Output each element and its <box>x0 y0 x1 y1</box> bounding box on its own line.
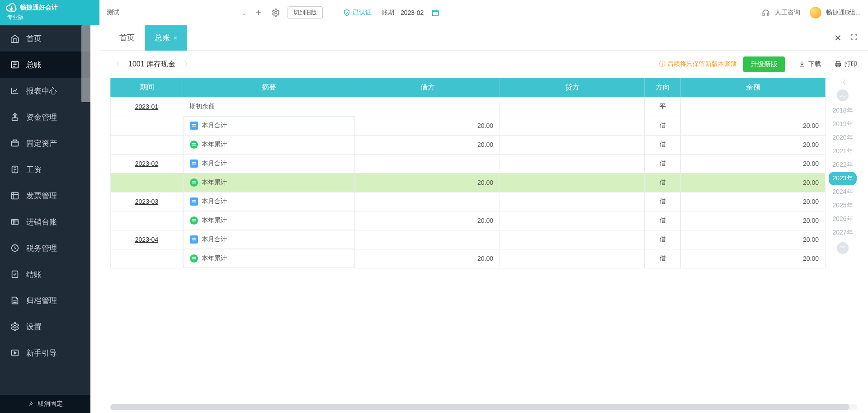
brand-sub: 专业版 <box>7 14 94 21</box>
sidebar-item-1[interactable]: 总账 <box>0 52 90 78</box>
sidebar-item-0[interactable]: 首页 <box>0 25 90 52</box>
sidebar-item-label: 归档管理 <box>26 296 57 306</box>
cell-credit <box>500 154 645 173</box>
horizontal-scrollbar[interactable] <box>110 404 857 410</box>
sidebar-item-9[interactable]: 结账 <box>0 261 90 287</box>
sidebar-item-5[interactable]: 工资 <box>0 156 90 183</box>
sidebar-item-label: 总账 <box>26 60 42 70</box>
scrollbar-thumb[interactable] <box>110 404 849 410</box>
rail-up-icon[interactable]: ︽ <box>837 89 849 101</box>
sidebar-item-6[interactable]: 发票管理 <box>0 183 90 209</box>
user-name[interactable]: 畅捷通B组... <box>826 9 861 17</box>
year-option[interactable]: 2018年 <box>829 104 856 117</box>
content-area: 〈 1001 库存现金 〉 ⓘ 后续将只保留新版本账簿 升级新版 下载 打印 期… <box>99 51 868 413</box>
shield-check-icon <box>343 9 351 17</box>
close-tab-icon[interactable]: × <box>174 34 177 42</box>
sidebar-item-2[interactable]: 报表中心 <box>0 78 90 104</box>
prev-account-icon[interactable]: 〈 <box>110 57 122 71</box>
sidebar-item-label: 设置 <box>26 322 42 332</box>
cell-debit: 20.00 <box>355 249 500 268</box>
info-icon: ⓘ <box>659 60 665 68</box>
print-button[interactable]: 打印 <box>835 60 857 68</box>
nav-icon <box>10 191 20 201</box>
cell-debit: 20.00 <box>355 173 500 192</box>
fullscreen-icon[interactable] <box>850 33 858 42</box>
cell-summary: 期初余额 <box>183 97 355 116</box>
cell-dir: 借 <box>645 249 681 268</box>
summary-badge-icon <box>190 160 198 168</box>
cell-dir: 借 <box>645 230 681 249</box>
calendar-icon[interactable] <box>430 7 441 18</box>
year-option[interactable]: 2019年 <box>829 117 856 131</box>
upgrade-button[interactable]: 升级新版 <box>743 56 785 72</box>
sidebar-item-label: 税务管理 <box>26 243 57 253</box>
nav-icon <box>10 322 20 332</box>
cell-credit <box>500 192 645 211</box>
sidebar-scrollbar[interactable] <box>81 25 90 102</box>
period-value: 2023-02 <box>401 9 424 16</box>
svg-rect-4 <box>12 141 19 146</box>
rail-down-icon[interactable]: ︾ <box>837 242 849 254</box>
headset-icon[interactable] <box>761 8 770 17</box>
cell-period <box>111 249 183 268</box>
cell-period[interactable]: 2023-02 <box>111 154 183 173</box>
sidebar-item-7[interactable]: 进销台账 <box>0 209 90 235</box>
sidebar-item-10[interactable]: 归档管理 <box>0 287 90 314</box>
cell-dir: 平 <box>645 97 681 116</box>
nav-icon <box>10 164 20 174</box>
year-option[interactable]: 2027年 <box>829 226 856 239</box>
cell-balance <box>681 97 826 116</box>
cell-debit <box>355 154 500 173</box>
year-option[interactable]: 2020年 <box>829 131 856 145</box>
summary-badge-icon <box>190 235 198 244</box>
year-option[interactable]: 2025年 <box>829 199 856 212</box>
tab-home[interactable]: 首页 <box>109 25 145 51</box>
unpin-button[interactable]: 取消固定 <box>0 395 90 413</box>
year-option[interactable]: 2026年 <box>829 212 856 226</box>
table-row: 2023-01期初余额平 <box>111 97 826 116</box>
sidebar-item-label: 资金管理 <box>26 112 57 122</box>
nav-icon <box>10 60 20 70</box>
sidebar: 首页总账报表中心资金管理固定资产工资发票管理进销台账税务管理结账归档管理设置新手… <box>0 25 90 413</box>
cell-debit <box>355 192 500 211</box>
tab-ledger[interactable]: 总账 × <box>145 25 187 51</box>
next-account-icon[interactable]: 〉 <box>182 57 193 71</box>
year-option[interactable]: 2023年 <box>829 172 856 185</box>
sidebar-item-label: 报表中心 <box>26 86 57 96</box>
cell-period <box>111 211 183 230</box>
avatar[interactable] <box>810 7 821 19</box>
sidebar-item-8[interactable]: 税务管理 <box>0 235 90 261</box>
sidebar-item-label: 发票管理 <box>26 191 57 201</box>
account-title: 1001 库存现金 <box>128 60 175 69</box>
cell-summary: 本月合计 <box>183 116 355 135</box>
sidebar-item-4[interactable]: 固定资产 <box>0 130 90 156</box>
sidebar-item-label: 新手引导 <box>26 348 57 358</box>
year-option[interactable]: 2021年 <box>829 145 856 158</box>
cell-balance: 20.00 <box>681 173 826 192</box>
sidebar-item-11[interactable]: 设置 <box>0 314 90 340</box>
switch-old-button[interactable]: 切到旧版 <box>288 6 323 19</box>
cell-period[interactable]: 2023-03 <box>111 192 183 211</box>
support-link[interactable]: 人工咨询 <box>775 9 800 17</box>
cell-period[interactable]: 2023-01 <box>111 97 183 116</box>
rail-collapse-icon[interactable]: 《 <box>840 79 846 87</box>
col-balance: 余额 <box>681 78 826 97</box>
year-option[interactable]: 2024年 <box>829 185 856 199</box>
col-credit: 贷方 <box>500 78 645 97</box>
ledger-table: 期间 摘要 借方 贷方 方向 余额 2023-01期初余额平本月合计20.00借… <box>110 78 826 268</box>
year-option[interactable]: 2022年 <box>829 158 856 172</box>
download-button[interactable]: 下载 <box>798 60 821 68</box>
table-row: 本月合计20.00借20.00 <box>111 116 826 136</box>
cell-summary: 本月合计 <box>183 230 355 249</box>
gear-icon[interactable] <box>270 7 281 18</box>
close-icon[interactable]: ✕ <box>834 33 842 43</box>
sidebar-item-label: 进销台账 <box>26 217 57 227</box>
col-summary: 摘要 <box>183 78 355 97</box>
nav-icon <box>10 112 20 122</box>
add-icon[interactable] <box>253 7 264 18</box>
cell-period[interactable]: 2023-04 <box>111 230 183 249</box>
cell-credit <box>500 173 645 192</box>
company-select[interactable]: 测试 ⌄ <box>107 9 247 17</box>
sidebar-item-3[interactable]: 资金管理 <box>0 104 90 130</box>
sidebar-item-12[interactable]: 新手引导 <box>0 340 90 366</box>
